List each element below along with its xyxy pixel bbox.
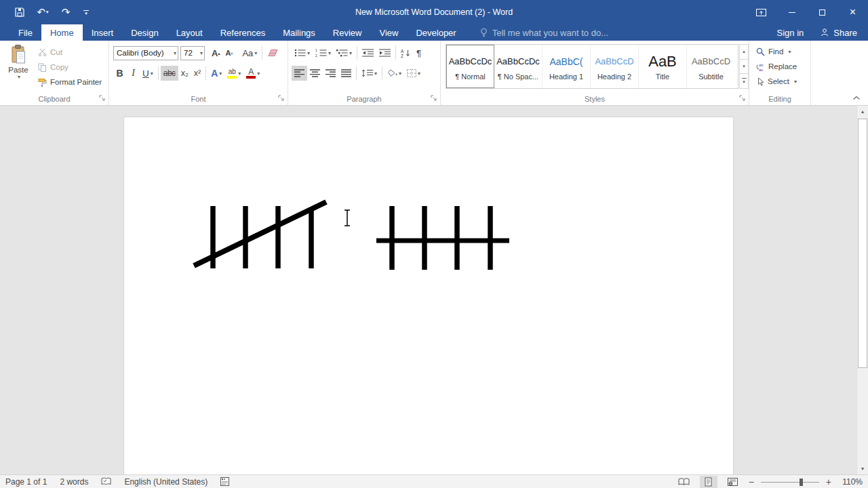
select-button[interactable]: Select ▾: [749, 74, 810, 89]
bullets-button[interactable]: ▾: [292, 45, 313, 60]
borders-button[interactable]: ▾: [404, 66, 423, 81]
style-heading-2[interactable]: AaBbCcD Heading 2: [591, 45, 639, 88]
font-name-combobox[interactable]: Calibri (Body) ▾: [113, 46, 178, 60]
shrink-font-button[interactable]: A▾: [222, 45, 235, 60]
macro-recording-button[interactable]: [220, 477, 229, 486]
increase-indent-button[interactable]: [376, 45, 393, 60]
tell-me-box[interactable]: Tell me what you want to do...: [480, 24, 608, 41]
cut-button[interactable]: Cut: [36, 45, 102, 60]
numbering-button[interactable]: 12 ▾: [313, 45, 334, 60]
format-painter-icon: [38, 78, 47, 87]
subscript-label: x₂: [181, 68, 189, 78]
word-count[interactable]: 2 words: [60, 477, 88, 487]
align-left-button[interactable]: [292, 66, 307, 81]
borders-icon: [407, 69, 416, 77]
bold-button[interactable]: B: [113, 66, 127, 81]
style-normal[interactable]: AaBbCcDc ¶ Normal: [446, 45, 494, 88]
font-row-1: Calibri (Body) ▾ 72 ▾ A▴ A▾ Aa▾: [109, 45, 288, 60]
scroll-down-button[interactable]: ▾: [857, 463, 868, 474]
clipboard-dialog-launcher[interactable]: [99, 95, 106, 102]
clear-formatting-button[interactable]: [264, 45, 281, 60]
collapse-ribbon-button[interactable]: [852, 96, 861, 100]
text-effects-button[interactable]: A▾: [208, 66, 224, 81]
minimize-button[interactable]: [776, 0, 807, 24]
styles-more-button[interactable]: ▾: [739, 74, 749, 89]
sign-in-button[interactable]: Sign in: [768, 24, 814, 41]
tab-references[interactable]: References: [212, 24, 274, 41]
share-button[interactable]: Share: [813, 24, 868, 41]
copy-button[interactable]: Copy: [36, 60, 102, 75]
shading-button[interactable]: ▾: [384, 66, 404, 81]
save-button[interactable]: [9, 3, 30, 21]
align-right-button[interactable]: [323, 66, 338, 81]
scroll-up-button[interactable]: ▴: [857, 106, 868, 117]
tab-mailings[interactable]: Mailings: [274, 24, 324, 41]
undo-button[interactable]: ↶▾: [33, 3, 53, 21]
tab-view[interactable]: View: [370, 24, 407, 41]
line-spacing-button[interactable]: ▾: [359, 66, 380, 81]
proofing-status[interactable]: [101, 477, 111, 486]
styles-dialog-launcher[interactable]: [739, 95, 746, 102]
tab-layout[interactable]: Layout: [167, 24, 212, 41]
align-center-button[interactable]: [307, 66, 323, 81]
style-subtitle[interactable]: AaBbCcD Subtitle: [687, 45, 735, 88]
customize-qat-button[interactable]: ▾: [79, 3, 94, 21]
zoom-level[interactable]: 110%: [838, 477, 863, 487]
redo-button[interactable]: ↷: [56, 3, 76, 21]
sort-button[interactable]: AZ: [398, 45, 414, 60]
replace-button[interactable]: abac Replace: [749, 59, 810, 74]
multilevel-list-button[interactable]: ▾: [334, 45, 355, 60]
superscript-button[interactable]: x²: [191, 66, 203, 81]
styles-scroll-down-button[interactable]: ▾: [739, 60, 749, 75]
underline-button[interactable]: U▾: [140, 66, 156, 81]
tab-file[interactable]: File: [9, 24, 41, 41]
paste-button[interactable]: Paste ▾: [3, 45, 33, 95]
styles-scroll-up-button[interactable]: ▴: [739, 44, 749, 60]
tab-insert[interactable]: Insert: [83, 24, 123, 41]
paragraph-dialog-launcher[interactable]: [431, 95, 437, 102]
clipboard-small-buttons: Cut Copy Format Painter: [36, 45, 102, 89]
strikethrough-button[interactable]: abc: [161, 66, 178, 81]
language-indicator[interactable]: English (United States): [124, 477, 208, 487]
format-painter-button[interactable]: Format Painter: [36, 75, 102, 89]
paste-dropdown-icon[interactable]: ▾: [18, 74, 20, 80]
web-layout-button[interactable]: [724, 476, 742, 488]
font-color-button[interactable]: A ▾: [243, 66, 262, 81]
show-hide-marks-button[interactable]: ¶: [414, 45, 424, 60]
page-indicator[interactable]: Page 1 of 1: [5, 477, 47, 487]
paragraph-separator-3: [356, 66, 357, 80]
style-heading-1[interactable]: AaBbC( Heading 1: [542, 45, 591, 88]
tab-review[interactable]: Review: [324, 24, 371, 41]
zoom-slider-handle[interactable]: [800, 479, 803, 486]
read-mode-button[interactable]: [675, 476, 693, 488]
text-highlight-button[interactable]: ab ▾: [224, 66, 243, 81]
close-button[interactable]: ×: [837, 0, 868, 24]
zoom-slider[interactable]: [761, 476, 819, 487]
cut-label: Cut: [50, 48, 62, 56]
style-subtitle-label: Subtitle: [698, 73, 724, 81]
tab-developer[interactable]: Developer: [407, 24, 465, 41]
ribbon-display-options-button[interactable]: [746, 0, 776, 24]
zoom-in-button[interactable]: +: [826, 476, 831, 487]
change-case-button[interactable]: Aa▾: [239, 45, 260, 60]
find-button[interactable]: Find ▾: [749, 44, 810, 59]
grow-font-button[interactable]: A▴: [209, 45, 222, 60]
share-person-icon: [820, 28, 829, 37]
italic-button[interactable]: I: [127, 66, 140, 81]
tab-design[interactable]: Design: [122, 24, 167, 41]
undo-dropdown-icon[interactable]: ▾: [46, 9, 49, 15]
tab-home[interactable]: Home: [41, 24, 83, 41]
style-title[interactable]: AaB Title: [639, 45, 687, 88]
scrollbar-thumb[interactable]: [858, 119, 867, 368]
print-layout-button[interactable]: [700, 476, 717, 488]
font-dialog-launcher[interactable]: [278, 95, 285, 102]
decrease-indent-button[interactable]: [359, 45, 376, 60]
subscript-button[interactable]: x₂: [178, 66, 191, 81]
justify-button[interactable]: [338, 66, 354, 81]
maximize-button[interactable]: [807, 0, 837, 24]
vertical-scrollbar[interactable]: ▴ ▾: [856, 106, 868, 474]
font-size-combobox[interactable]: 72 ▾: [180, 46, 205, 60]
style-no-spacing[interactable]: AaBbCcDc ¶ No Spac...: [494, 45, 542, 88]
zoom-out-button[interactable]: −: [749, 476, 754, 487]
document-page[interactable]: [123, 117, 734, 474]
